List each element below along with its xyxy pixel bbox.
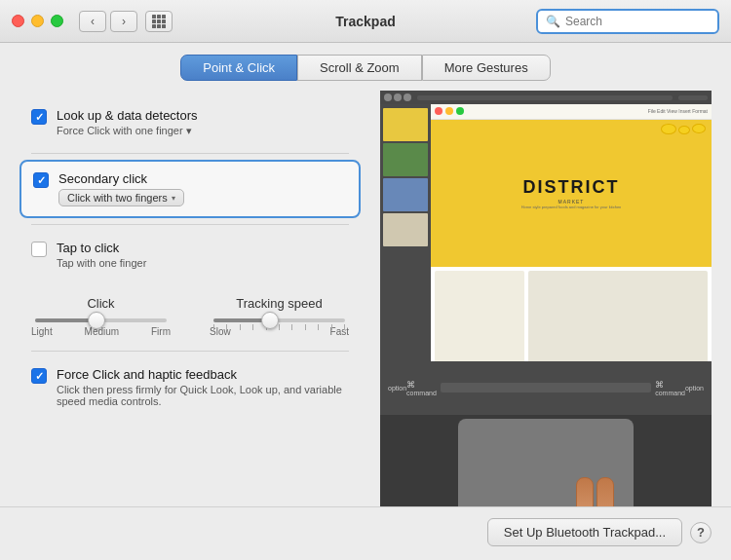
left-panel: ✓ Look up & data detectors Force Click w… <box>19 91 380 506</box>
back-button[interactable]: ‹ <box>79 11 106 32</box>
screen-sidebar <box>380 104 431 361</box>
main-content: ✓ Look up & data detectors Force Click w… <box>0 91 731 506</box>
bottom-bar: Set Up Bluetooth Trackpad... ? <box>0 506 731 557</box>
checkmark-icon-3: ✓ <box>35 371 44 382</box>
setting-row-lookup: ✓ Look up & data detectors Force Click w… <box>19 98 361 147</box>
tracking-speed-label: Tracking speed <box>210 296 349 311</box>
setting-text-lookup: Look up & data detectors Force Click wit… <box>57 108 349 137</box>
sliders-section: Click Light Medium Firm Tracking speed <box>19 282 361 345</box>
forward-button[interactable]: › <box>110 11 137 32</box>
setting-title-secondary-click: Secondary click <box>58 171 347 186</box>
maximize-button[interactable] <box>51 15 63 27</box>
window-title: Trackpad <box>335 14 395 29</box>
screen-inner: File Edit View Insert Format DISTRICT <box>380 104 712 361</box>
minimize-button[interactable] <box>31 15 44 27</box>
tab-point-click[interactable]: Point & Click <box>180 55 297 81</box>
grid-icon <box>152 15 166 28</box>
forward-icon: › <box>122 15 126 28</box>
click-slider-group: Click Light Medium Firm <box>31 296 171 337</box>
setting-text-force-click: Force Click and haptic feedback Click th… <box>57 367 349 407</box>
trackpad-surface <box>458 419 634 506</box>
setting-sub-force-click: Click then press firmly for Quick Look, … <box>57 384 349 407</box>
trackpad-area <box>380 415 712 506</box>
screen-toolbar <box>380 91 712 104</box>
key-command-right: ⌘ command <box>655 380 685 396</box>
district-title: DISTRICT <box>435 177 708 198</box>
setting-row-force-click: ✓ Force Click and haptic feedback Click … <box>19 357 361 417</box>
sidebar-thumb-4 <box>383 213 428 246</box>
key-option-right: option <box>685 385 704 392</box>
dropdown-chevron-icon: ▾ <box>172 194 175 203</box>
close-button[interactable] <box>12 15 24 27</box>
checkbox-tap-click[interactable] <box>31 242 47 257</box>
setting-title-tap-click: Tap to click <box>57 241 349 255</box>
screen-main: File Edit View Insert Format DISTRICT <box>431 104 712 361</box>
search-box[interactable]: 🔍 <box>536 9 719 34</box>
help-button[interactable]: ? <box>690 522 712 543</box>
sidebar-thumb-1 <box>383 108 428 141</box>
key-option-left: option <box>388 385 406 392</box>
setting-text-secondary-click: Secondary click Click with two fingers ▾ <box>58 171 347 206</box>
screen-area: File Edit View Insert Format DISTRICT <box>380 91 712 361</box>
setting-title-force-click: Force Click and haptic feedback <box>57 367 349 382</box>
district-hero: DISTRICT MARKET Home style prepared food… <box>431 120 712 267</box>
search-icon: 🔍 <box>546 15 560 28</box>
tracking-speed-track[interactable] <box>213 318 345 322</box>
right-panel: File Edit View Insert Format DISTRICT <box>380 91 712 506</box>
setting-row-secondary-click: ✓ Secondary click Click with two fingers… <box>19 160 361 218</box>
app-menubar: File Edit View Insert Format <box>431 104 712 120</box>
mac-preview: File Edit View Insert Format DISTRICT <box>380 91 712 506</box>
nav-buttons: ‹ › <box>79 11 137 32</box>
checkmark-icon: ✓ <box>35 112 44 123</box>
screen-footer <box>431 267 712 360</box>
setting-sub-lookup: Force Click with one finger ▾ <box>57 125 349 137</box>
search-input[interactable] <box>565 15 710 28</box>
divider-2 <box>31 224 349 225</box>
checkmark-icon-2: ✓ <box>37 175 46 186</box>
secondary-click-dropdown[interactable]: Click with two fingers ▾ <box>58 189 184 206</box>
tab-more-gestures[interactable]: More Gestures <box>422 55 551 81</box>
hand-fingers <box>576 477 614 506</box>
tracking-speed-thumb[interactable] <box>261 312 279 329</box>
setting-sub-tap-click: Tap with one finger <box>57 257 349 269</box>
checkbox-lookup[interactable]: ✓ <box>31 109 47 125</box>
click-slider-track[interactable] <box>35 318 167 322</box>
setting-title-lookup: Look up & data detectors <box>57 108 349 123</box>
keyboard-area: option ⌘ command ⌘ command option <box>380 361 712 416</box>
finger-index <box>576 477 594 506</box>
traffic-lights <box>12 15 63 27</box>
sidebar-thumb-3 <box>383 178 428 211</box>
checkbox-secondary-click[interactable]: ✓ <box>33 172 49 188</box>
click-slider-label: Click <box>31 296 171 311</box>
grid-menu-button[interactable] <box>145 11 173 32</box>
tab-scroll-zoom[interactable]: Scroll & Zoom <box>297 55 422 81</box>
key-command-left: ⌘ command <box>406 380 437 396</box>
checkbox-force-click[interactable]: ✓ <box>31 368 47 384</box>
tracking-speed-slider-group: Tracking speed <box>210 296 349 337</box>
setup-bluetooth-button[interactable]: Set Up Bluetooth Trackpad... <box>487 518 682 546</box>
dropdown-arrow-icon: ▾ <box>186 125 192 136</box>
spacebar <box>441 383 651 392</box>
sidebar-thumb-2 <box>383 143 428 176</box>
setting-text-tap-click: Tap to click Tap with one finger <box>57 241 349 269</box>
finger-middle <box>596 477 614 506</box>
district-desc: Home style prepared foods and magazine f… <box>435 205 708 209</box>
click-slider-thumb[interactable] <box>88 312 105 329</box>
title-bar: ‹ › Trackpad 🔍 <box>0 0 731 43</box>
setting-row-tap-click: Tap to click Tap with one finger <box>19 231 361 279</box>
back-icon: ‹ <box>91 15 95 28</box>
divider-1 <box>31 153 349 154</box>
divider-3 <box>31 351 349 352</box>
tab-bar: Point & Click Scroll & Zoom More Gesture… <box>0 43 731 91</box>
